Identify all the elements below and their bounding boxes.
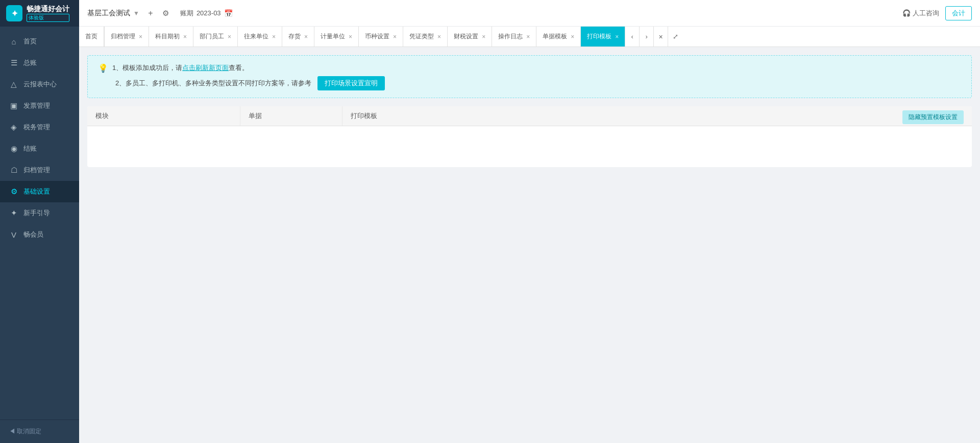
sidebar-unpin-button[interactable]: ◀ 取消固定 — [0, 419, 79, 443]
tabbar: 首页 归档管理 × 科目期初 × 部门员工 × 往来单位 × 存货 × 计量单位… — [79, 27, 980, 47]
sidebar-footer-label: ◀ 取消固定 — [9, 427, 41, 436]
tab-inventory-label: 存货 — [288, 32, 301, 41]
lightbulb-icon: 💡 — [98, 63, 108, 73]
chevron-right-icon: › — [646, 33, 648, 40]
tab-voucher-label: 凭证类型 — [409, 32, 434, 41]
tab-home[interactable]: 首页 — [79, 27, 104, 46]
tab-oplog-close[interactable]: × — [526, 34, 530, 40]
tab-dept-close[interactable]: × — [228, 34, 231, 40]
account-button[interactable]: 会计 — [945, 6, 972, 20]
tab-print[interactable]: 打印模板 × — [581, 27, 625, 46]
tab-template[interactable]: 单据模板 × — [536, 27, 581, 46]
table-header-module: 模块 — [87, 106, 240, 126]
tab-currency-close[interactable]: × — [393, 34, 397, 40]
content-wrapper: 隐藏预置模板设置 💡 1、模板添加成功后，请点击刷新新页面查看。 2、多员工、多… — [87, 55, 972, 167]
logo-sub: 体验版 — [27, 14, 69, 22]
tab-home-label: 首页 — [85, 32, 97, 41]
tab-supplier-close[interactable]: × — [272, 34, 276, 40]
table-header: 模块 单据 打印模板 — [87, 106, 972, 126]
hide-preview-button[interactable]: 隐藏预置模板设置 — [902, 110, 964, 124]
tab-unit[interactable]: 计量单位 × — [314, 27, 359, 46]
content-area: 隐藏预置模板设置 💡 1、模板添加成功后，请点击刷新新页面查看。 2、多员工、多… — [79, 47, 980, 443]
sidebar-item-label: 畅会员 — [23, 230, 43, 239]
period-display: 账期 2023-03 📅 — [180, 9, 233, 18]
ledger-icon: ☰ — [9, 58, 18, 67]
settings-icon: ⚙ — [162, 9, 169, 18]
tab-subject[interactable]: 科目期初 × — [149, 27, 193, 46]
tab-voucher-close[interactable]: × — [437, 34, 441, 40]
tab-archive[interactable]: 归档管理 × — [105, 27, 149, 46]
sidebar-item-label: 总账 — [23, 58, 37, 67]
tab-print-close[interactable]: × — [615, 34, 619, 40]
period-label: 账期 — [180, 9, 193, 18]
tab-subject-close[interactable]: × — [183, 34, 187, 40]
workspace-settings-button[interactable]: ⚙ — [160, 7, 172, 19]
tab-expand-button[interactable]: ⤢ — [668, 27, 682, 46]
app-logo: ✦ 畅捷通好会计 体验版 — [0, 0, 79, 27]
calendar-icon[interactable]: 📅 — [224, 9, 233, 17]
tab-inventory-close[interactable]: × — [304, 34, 308, 40]
sidebar-item-label: 发票管理 — [23, 101, 50, 110]
sidebar-item-label: 云报表中心 — [23, 80, 57, 89]
home-icon: ⌂ — [9, 37, 18, 46]
chevron-left-icon: ‹ — [631, 33, 633, 40]
table-header-voucher: 单据 — [240, 106, 342, 126]
service-label: 人工咨询 — [913, 9, 939, 18]
settle-icon: ◉ — [9, 144, 18, 153]
logo-icon: ✦ — [6, 5, 22, 21]
sidebar-item-home[interactable]: ⌂ 首页 — [0, 31, 79, 52]
tab-dept-label: 部门员工 — [200, 32, 224, 41]
headset-icon: 🎧 — [902, 9, 911, 17]
tab-unit-close[interactable]: × — [349, 34, 352, 40]
expand-icon: ⤢ — [673, 33, 678, 40]
sidebar-item-archive[interactable]: ☖ 归档管理 — [0, 159, 79, 181]
table-body — [87, 126, 972, 167]
sidebar-item-label: 归档管理 — [23, 166, 50, 175]
sidebar-item-invoice[interactable]: ▣ 发票管理 — [0, 95, 79, 116]
service-button[interactable]: 🎧 人工咨询 — [902, 9, 939, 18]
notice-refresh-link[interactable]: 点击刷新新页面 — [182, 64, 229, 72]
tab-template-close[interactable]: × — [571, 34, 574, 40]
sidebar-item-member[interactable]: V 畅会员 — [0, 224, 79, 245]
sidebar-item-ledger[interactable]: ☰ 总账 — [0, 52, 79, 74]
tab-supplier[interactable]: 往来单位 × — [238, 27, 282, 46]
topbar-right: 🎧 人工咨询 会计 — [902, 6, 972, 20]
tab-prev-button[interactable]: ‹ — [625, 27, 640, 46]
main-area: 基层工会测试 ▼ + ⚙ 账期 2023-03 📅 🎧 人工咨询 会计 首页 — [79, 0, 980, 443]
sidebar-item-tax[interactable]: ◈ 税务管理 — [0, 116, 79, 138]
sidebar-item-reports[interactable]: △ 云报表中心 — [0, 74, 79, 95]
sidebar-item-label: 税务管理 — [23, 123, 50, 132]
sidebar-item-guide[interactable]: ✦ 新手引导 — [0, 202, 79, 224]
tab-subject-label: 科目期初 — [155, 32, 180, 41]
tab-finance-close[interactable]: × — [482, 34, 485, 40]
sidebar-item-basic[interactable]: ⚙ 基础设置 — [0, 181, 79, 202]
org-selector[interactable]: 基层工会测试 ▼ — [87, 9, 139, 18]
notice-row-1: 💡 1、模板添加成功后，请点击刷新新页面查看。 — [98, 63, 961, 73]
tab-dept[interactable]: 部门员工 × — [193, 27, 238, 46]
add-tab-button[interactable]: + — [144, 7, 157, 19]
archive-icon: ☖ — [9, 166, 18, 175]
tab-finance[interactable]: 财税设置 × — [448, 27, 492, 46]
sidebar-item-label: 结账 — [23, 144, 37, 153]
tax-icon: ◈ — [9, 123, 18, 132]
tab-archive-close[interactable]: × — [139, 34, 142, 40]
sidebar-item-label: 基础设置 — [23, 187, 50, 196]
basic-icon: ⚙ — [9, 187, 18, 196]
topbar: 基层工会测试 ▼ + ⚙ 账期 2023-03 📅 🎧 人工咨询 会计 — [79, 0, 980, 27]
tab-close-all-button[interactable]: × — [654, 27, 668, 46]
tab-currency[interactable]: 币种设置 × — [359, 27, 403, 46]
logo-title: 畅捷通好会计 — [27, 5, 69, 13]
sidebar-item-settle[interactable]: ◉ 结账 — [0, 138, 79, 159]
member-icon: V — [9, 230, 18, 239]
tab-oplog[interactable]: 操作日志 × — [492, 27, 536, 46]
tab-voucher[interactable]: 凭证类型 × — [403, 27, 448, 46]
tab-print-label: 打印模板 — [587, 32, 611, 41]
notice-box: 💡 1、模板添加成功后，请点击刷新新页面查看。 2、多员工、多打印机、多种业务类… — [87, 55, 972, 98]
tab-inventory[interactable]: 存货 × — [282, 27, 314, 46]
sidebar: ✦ 畅捷通好会计 体验版 ⌂ 首页 ☰ 总账 △ 云报表中心 ▣ 发票管理 ◈ … — [0, 0, 79, 443]
sidebar-item-label: 首页 — [23, 37, 37, 46]
tab-next-button[interactable]: › — [640, 27, 654, 46]
notice-line2-prefix: 2、多员工、多打印机、多种业务类型设置不同打印方案等，请参考 — [115, 79, 311, 88]
print-scene-button[interactable]: 打印场景设置宣明 — [317, 76, 385, 90]
tab-supplier-label: 往来单位 — [244, 32, 268, 41]
